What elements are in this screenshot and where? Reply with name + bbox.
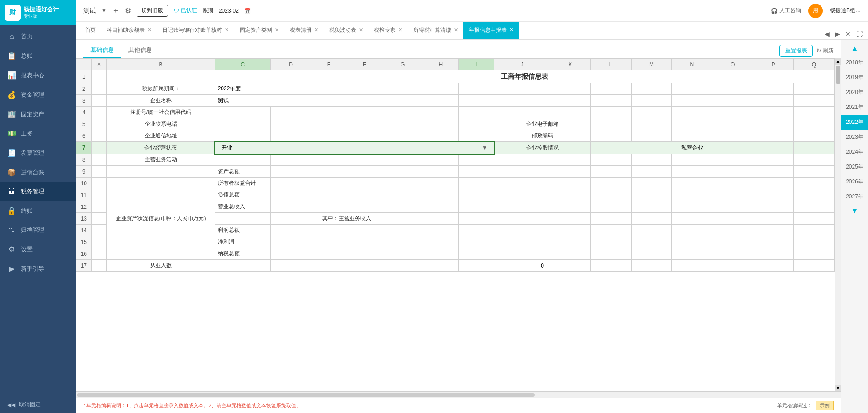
cell-a10[interactable] — [91, 178, 107, 189]
cell-h3[interactable] — [423, 95, 459, 107]
cell-g11[interactable] — [382, 189, 423, 201]
tab-income-tax[interactable]: 所得税汇算清缴 ✕ — [408, 22, 463, 39]
cell-a2[interactable] — [91, 83, 107, 95]
cell-a13[interactable] — [91, 213, 107, 225]
cell-d5[interactable] — [271, 118, 311, 130]
year-item-2020[interactable]: 2020年 — [841, 85, 868, 100]
cell-e16[interactable] — [311, 248, 347, 260]
cell-o10[interactable] — [712, 178, 753, 189]
cell-j16[interactable] — [494, 248, 550, 260]
cell-q9[interactable] — [793, 166, 834, 178]
cell-f5[interactable] — [347, 118, 382, 130]
cell-l8[interactable] — [590, 154, 631, 166]
cell-i5[interactable] — [458, 118, 494, 130]
cell-k3[interactable] — [550, 95, 590, 107]
cell-p14[interactable] — [753, 225, 794, 236]
col-header-k[interactable]: K — [550, 59, 590, 70]
scroll-down-btn[interactable]: ▼ — [835, 385, 841, 391]
cell-h6[interactable] — [423, 130, 459, 142]
cell-i15[interactable] — [458, 236, 494, 248]
cell-l12[interactable] — [590, 201, 631, 213]
cell-i12[interactable] — [458, 201, 494, 213]
col-header-l[interactable]: L — [590, 59, 631, 70]
cell-l2[interactable] — [590, 83, 631, 95]
scroll-up-btn[interactable]: ▲ — [835, 58, 841, 65]
cell-c3[interactable]: 测试 — [215, 95, 382, 107]
scroll-track[interactable] — [835, 65, 841, 385]
user-name[interactable]: 畅捷通B组… — [830, 7, 861, 14]
sidebar-item-assets[interactable]: 🏢 固定资产 — [0, 104, 76, 124]
cell-a6[interactable] — [91, 130, 107, 142]
tab-tax-wave[interactable]: 税负波动表 ✕ — [324, 22, 368, 39]
cell-o14[interactable] — [712, 225, 753, 236]
cell-m13[interactable] — [631, 213, 672, 225]
table-area[interactable]: A B C D E F G H I J — [76, 58, 835, 391]
settings-cog-btn[interactable]: ⚙ — [125, 6, 131, 15]
cell-m5[interactable] — [631, 118, 672, 130]
cell-l9[interactable] — [590, 166, 631, 178]
cell-o16[interactable] — [712, 248, 753, 260]
cell-i6[interactable] — [458, 130, 494, 142]
cell-k4[interactable] — [550, 107, 590, 118]
cell-l16[interactable] — [590, 248, 631, 260]
cell-m10[interactable] — [631, 178, 672, 189]
scroll-thumb[interactable] — [836, 66, 840, 84]
cell-j15[interactable] — [494, 236, 550, 248]
cell-i13[interactable] — [458, 213, 494, 225]
sidebar-item-closing[interactable]: 🔒 结账 — [0, 201, 76, 221]
sub-tab-basic[interactable]: 基础信息 — [83, 43, 121, 58]
cell-h5[interactable] — [423, 118, 459, 130]
col-header-d[interactable]: D — [271, 59, 311, 70]
cell-f12[interactable] — [347, 201, 382, 213]
cell-h8[interactable] — [423, 154, 459, 166]
cell-g5[interactable] — [382, 118, 423, 130]
cell-p2[interactable] — [753, 83, 794, 95]
cell-k2[interactable] — [550, 83, 590, 95]
cell-a14[interactable] — [91, 225, 107, 236]
cell-n4[interactable] — [672, 107, 712, 118]
cell-n13[interactable] — [672, 213, 712, 225]
cell-d10[interactable] — [271, 178, 311, 189]
col-header-m[interactable]: M — [631, 59, 672, 70]
cell-c15[interactable]: 净利润 — [215, 236, 271, 248]
cell-o5[interactable] — [712, 118, 753, 130]
cell-a4[interactable] — [91, 107, 107, 118]
cell-a3[interactable] — [91, 95, 107, 107]
cell-b10[interactable] — [107, 178, 215, 189]
cell-p10[interactable] — [753, 178, 794, 189]
cell-q17[interactable] — [793, 260, 834, 272]
cell-c11[interactable]: 负债总额 — [215, 189, 271, 201]
cell-e11[interactable] — [311, 189, 347, 201]
cell-a1[interactable] — [91, 70, 107, 83]
cell-g16[interactable] — [382, 248, 423, 260]
cell-j12[interactable] — [494, 201, 550, 213]
cell-a9[interactable] — [91, 166, 107, 178]
cell-g9[interactable] — [382, 166, 423, 178]
cell-a8[interactable] — [91, 154, 107, 166]
cell-o8[interactable] — [712, 154, 753, 166]
cell-n17[interactable] — [672, 260, 712, 272]
cell-q14[interactable] — [793, 225, 834, 236]
cell-c10[interactable]: 所有者权益合计 — [215, 178, 271, 189]
cell-e14[interactable] — [311, 225, 347, 236]
cell-i8[interactable] — [458, 154, 494, 166]
cell-l6[interactable] — [590, 130, 631, 142]
cell-j9[interactable] — [494, 166, 550, 178]
cell-b9[interactable] — [107, 166, 215, 178]
col-header-p[interactable]: P — [753, 59, 794, 70]
cell-a15[interactable] — [91, 236, 107, 248]
cell-m11[interactable] — [631, 189, 672, 201]
cell-k8[interactable] — [550, 154, 590, 166]
cell-j13[interactable] — [494, 213, 550, 225]
col-header-e[interactable]: E — [311, 59, 347, 70]
cell-b4[interactable]: 注册号/统一社会信用代码 — [107, 107, 215, 118]
cell-j6[interactable]: 邮政编码 — [494, 130, 590, 142]
cell-q15[interactable] — [793, 236, 834, 248]
cell-n10[interactable] — [672, 178, 712, 189]
cell-p15[interactable] — [753, 236, 794, 248]
sidebar-item-invoice[interactable]: 🧾 发票管理 — [0, 143, 76, 163]
tab-aux-close[interactable]: ✕ — [147, 27, 151, 33]
cell-g6[interactable] — [382, 130, 423, 142]
year-item-2027[interactable]: 2027年 — [841, 189, 868, 204]
cell-c14[interactable]: 利润总额 — [215, 225, 271, 236]
